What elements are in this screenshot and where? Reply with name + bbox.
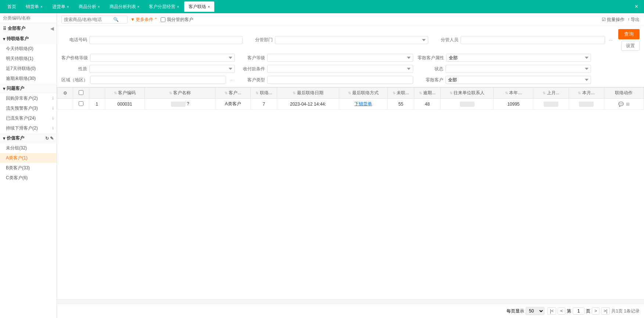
grid-icon-action[interactable]: ⊞	[626, 102, 630, 107]
customer-level-select[interactable]	[267, 54, 413, 62]
sort-icon-9: ⇅	[450, 91, 452, 95]
page-first-btn[interactable]: |<	[547, 307, 556, 315]
sidebar-search-input[interactable]	[3, 15, 57, 21]
nav-product-list[interactable]: 商品分析列表 ×	[105, 1, 144, 12]
sidebar-item-declining[interactable]: 持续下滑客户(2) ℹ	[0, 123, 57, 133]
sidebar-item-churn-warn[interactable]: 流失预警客户(3) ℹ	[0, 103, 57, 113]
filter-bar: 🔍 ▼ 更多条件 ⌃ 我分管的客户 ☑ 批量操作 ↑ 导出	[57, 13, 644, 26]
manager-input[interactable]	[461, 36, 605, 44]
sidebar-section-value[interactable]: ▾ 价值客户 ↻ ✎	[0, 133, 57, 143]
class-a-label: A类客户(1)	[6, 155, 28, 161]
help-icon-3[interactable]: ℹ	[52, 116, 54, 121]
nav-product-analysis[interactable]: 商品分析 ×	[74, 1, 104, 12]
sidebar-item-class-b[interactable]: B类客户(33)	[0, 163, 57, 173]
page-last-btn[interactable]: >|	[601, 307, 610, 315]
sidebar-all-customers[interactable]: ⠿ 全部客户 ◀	[0, 23, 57, 34]
sidebar-item-churned[interactable]: 已流失客户(24) ℹ	[0, 113, 57, 123]
field-payment: 收付款条件	[239, 65, 413, 73]
my-customers-check[interactable]: 我分管的客户	[161, 17, 193, 23]
dept-select[interactable]	[275, 36, 428, 44]
row-this-year: 10995	[507, 102, 519, 107]
nav-product-list-close[interactable]: ×	[137, 5, 140, 9]
sidebar-section-pending[interactable]: ▾ 待联络客户	[0, 34, 57, 44]
page-size-select[interactable]: 50 100 200	[526, 307, 544, 315]
help-icon-2[interactable]: ℹ	[52, 106, 54, 111]
grid-icon: ⠿	[3, 26, 6, 31]
nav-product-analysis-close[interactable]: ×	[98, 5, 100, 9]
pending-section-label: 待联络客户	[7, 36, 29, 42]
payment-label: 收付款条件	[239, 66, 265, 72]
select-all-checkbox[interactable]	[79, 90, 83, 95]
sidebar-item-unclassified[interactable]: 未分组(32)	[0, 143, 57, 153]
search-icon[interactable]: 🔍	[113, 17, 119, 22]
query-btn-group: 查询 设置	[618, 29, 640, 51]
content-area: 🔍 ▼ 更多条件 ⌃ 我分管的客户 ☑ 批量操作 ↑ 导出	[57, 13, 644, 318]
nav-customer-segment[interactable]: 客户分层经营 ×	[144, 1, 183, 12]
more-conditions-btn[interactable]: ▼ 更多条件 ⌃	[130, 17, 158, 23]
customer-type-input[interactable]	[267, 76, 413, 84]
edit-icon[interactable]: ✎	[50, 136, 54, 141]
nav-home[interactable]: 首页	[3, 1, 21, 12]
price-level-select[interactable]	[90, 54, 235, 62]
sidebar-item-class-c[interactable]: C类客户(6)	[0, 173, 57, 183]
sidebar-item-repurchase[interactable]: 回购异常客户(2) ℹ	[0, 93, 57, 103]
horizontal-scrollbar[interactable]	[57, 299, 644, 304]
my-customers-checkbox[interactable]	[161, 17, 165, 22]
th-last-month-label: 上月...	[547, 90, 559, 95]
all-customers-label: 全部客户	[8, 25, 25, 32]
retail-attr-select[interactable]: 全部	[446, 54, 591, 62]
phone-input[interactable]	[89, 36, 243, 44]
table-header-row: ⚙ ⇅ 客户编码 ⇅ 客户名称 ⇅ 客户...	[57, 88, 644, 99]
search-input[interactable]	[64, 17, 112, 22]
row-checkbox[interactable]	[79, 101, 83, 106]
sidebar-item-class-a[interactable]: A类客户(1)	[0, 153, 57, 163]
my-customers-label: 我分管的客户	[167, 17, 193, 23]
nav-purchase[interactable]: 进货单 ×	[48, 1, 74, 12]
th-type-label: 客户...	[229, 90, 241, 95]
page-prev-btn[interactable]: <	[558, 307, 565, 315]
cell-actions: 💬 ⊞	[604, 99, 644, 110]
help-icon-4[interactable]: ℹ	[52, 126, 54, 131]
query-button[interactable]: 查询	[618, 29, 640, 39]
chat-icon[interactable]: 💬	[618, 102, 624, 107]
sidebar-item-week[interactable]: 近7天待联络(0)	[0, 64, 57, 74]
sort-icon-10: ⇅	[505, 91, 508, 95]
refresh-icon[interactable]: ↻	[45, 136, 49, 141]
collapse-icon[interactable]: ◀	[50, 26, 54, 31]
region-input[interactable]	[90, 76, 226, 84]
retail-select[interactable]: 全部	[446, 76, 591, 84]
sidebar-item-tomorrow[interactable]: 明天待联络(1)	[0, 54, 57, 64]
region-dots[interactable]: ···	[228, 77, 235, 82]
nav-purchase-close[interactable]: ×	[67, 5, 69, 9]
payment-select[interactable]	[267, 65, 413, 73]
sidebar-item-today[interactable]: 今天待联络(0)	[0, 44, 57, 54]
cell-name: ?	[144, 99, 215, 110]
nav-customer-segment-close[interactable]: ×	[177, 5, 179, 9]
manager-dots[interactable]: ···	[607, 38, 614, 43]
help-icon-1[interactable]: ℹ	[52, 96, 54, 101]
export-btn[interactable]: ↑ 导出	[627, 17, 640, 23]
sidebar-section-problem[interactable]: ▾ 问题客户	[0, 84, 57, 93]
th-gear[interactable]: ⚙	[57, 88, 73, 99]
th-last-way-label: 最后联络方式	[352, 90, 379, 95]
data-table: ⚙ ⇅ 客户编码 ⇅ 客户名称 ⇅ 客户...	[57, 87, 644, 110]
status-select[interactable]	[446, 65, 591, 73]
more-conditions-label: 更多条件	[136, 17, 153, 23]
field-status: 状态	[418, 65, 591, 73]
nature-select[interactable]	[89, 65, 235, 73]
sidebar-item-overdue[interactable]: 逾期未联络(30)	[0, 74, 57, 84]
row-name-suffix: ?	[187, 101, 189, 106]
nav-customer-contact[interactable]: 客户联络 ×	[184, 1, 214, 12]
row-last-way[interactable]: 下销货单	[354, 101, 372, 106]
nav-sales[interactable]: 销货单 ×	[21, 1, 47, 12]
settings-button[interactable]: 设置	[621, 41, 640, 51]
unclassified-label: 未分组(32)	[6, 145, 27, 151]
close-all-button[interactable]: ×	[632, 3, 641, 10]
page-next-btn[interactable]: >	[592, 307, 600, 315]
page-input[interactable]	[573, 307, 584, 315]
nav-sales-close[interactable]: ×	[40, 5, 43, 9]
row-name	[171, 102, 186, 107]
nav-home-label: 首页	[7, 4, 16, 10]
batch-ops-btn[interactable]: ☑ 批量操作	[602, 17, 625, 23]
nav-customer-contact-close[interactable]: ×	[208, 5, 210, 9]
